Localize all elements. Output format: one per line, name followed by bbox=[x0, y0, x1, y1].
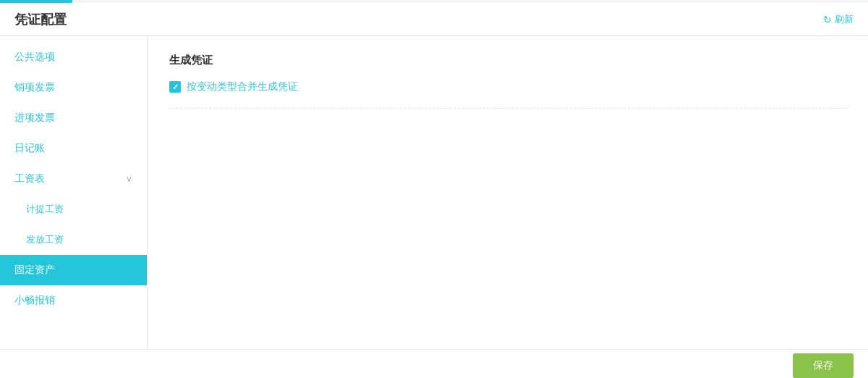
merge-voucher-label: 按变动类型合并生成凭证 bbox=[187, 80, 298, 93]
section-divider bbox=[169, 108, 846, 109]
sidebar: 公共选项销项发票进项发票日记账工资表∨计提工资发放工资固定资产小畅报销 bbox=[0, 36, 148, 349]
sidebar-item-payroll-pay[interactable]: 发放工资 bbox=[0, 224, 147, 255]
main-layout: 公共选项销项发票进项发票日记账工资表∨计提工资发放工资固定资产小畅报销 生成凭证… bbox=[0, 36, 868, 349]
merge-voucher-checkbox[interactable] bbox=[169, 81, 181, 93]
sidebar-item-label: 销项发票 bbox=[14, 81, 55, 94]
refresh-button[interactable]: ↻ 刷新 bbox=[823, 13, 854, 26]
main-content: 生成凭证 按变动类型合并生成凭证 bbox=[148, 36, 868, 349]
sidebar-item-sales-invoice[interactable]: 销项发票 bbox=[0, 72, 147, 103]
section-title: 生成凭证 bbox=[169, 54, 846, 67]
sidebar-item-label: 工资表 bbox=[14, 172, 45, 185]
sidebar-item-public[interactable]: 公共选项 bbox=[0, 42, 147, 72]
page-title: 凭证配置 bbox=[14, 11, 67, 28]
sidebar-item-journal[interactable]: 日记账 bbox=[0, 133, 147, 164]
sidebar-item-label: 小畅报销 bbox=[14, 294, 55, 307]
sidebar-item-label: 发放工资 bbox=[26, 233, 64, 246]
sidebar-item-expense[interactable]: 小畅报销 bbox=[0, 285, 147, 316]
sidebar-item-purchase-invoice[interactable]: 进项发票 bbox=[0, 103, 147, 133]
page-footer: 保存 bbox=[0, 349, 868, 378]
sidebar-item-label: 日记账 bbox=[14, 142, 45, 155]
refresh-icon: ↻ bbox=[823, 14, 832, 25]
sidebar-item-payroll-calc[interactable]: 计提工资 bbox=[0, 194, 147, 224]
page-header: 凭证配置 ↻ 刷新 bbox=[0, 3, 868, 36]
chevron-down-icon: ∨ bbox=[126, 174, 132, 184]
sidebar-item-fixed-assets[interactable]: 固定资产 bbox=[0, 255, 147, 285]
merge-voucher-row: 按变动类型合并生成凭证 bbox=[169, 80, 846, 93]
sidebar-item-label: 计提工资 bbox=[26, 203, 64, 216]
sidebar-item-label: 固定资产 bbox=[14, 264, 55, 277]
sidebar-item-label: 公共选项 bbox=[14, 51, 55, 64]
refresh-label: 刷新 bbox=[835, 13, 854, 26]
sidebar-item-label: 进项发票 bbox=[14, 112, 55, 125]
sidebar-item-payroll-table[interactable]: 工资表∨ bbox=[0, 164, 147, 194]
save-button[interactable]: 保存 bbox=[793, 353, 854, 378]
